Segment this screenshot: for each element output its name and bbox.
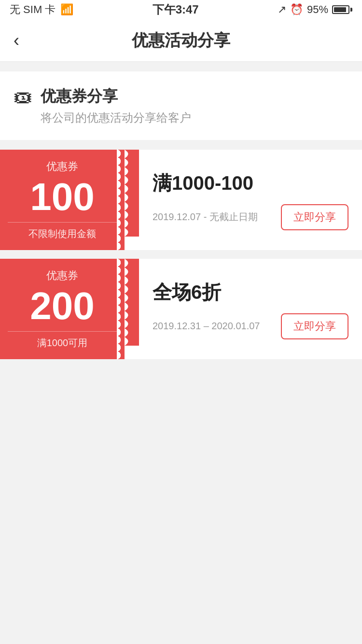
page-title: 优惠活动分享 (132, 29, 230, 52)
coupon-card-2: 优惠券 200 满1000可用 全场6折 2019.12.31 – 2020.0… (0, 259, 362, 359)
bottom-area (0, 359, 362, 552)
coupon-card-1: 优惠券 100 不限制使用金额 满1000-100 2019.12.07 - 无… (0, 150, 362, 250)
coupon-left-1: 优惠券 100 不限制使用金额 (0, 150, 125, 250)
back-button[interactable]: ‹ (14, 30, 19, 51)
share-button-2[interactable]: 立即分享 (281, 313, 348, 339)
section-title: 优惠券分享 (41, 86, 191, 107)
coupon-left-2: 优惠券 200 满1000可用 (0, 259, 125, 359)
section-text: 优惠券分享 将公司的优惠活动分享给客户 (41, 86, 191, 126)
coupon-meta-1: 2019.12.07 - 无截止日期 立即分享 (153, 204, 348, 230)
coupon-condition-2: 满1000可用 (8, 331, 117, 350)
alarm-icon: ⏰ (290, 3, 303, 16)
coupon-list: 优惠券 100 不限制使用金额 满1000-100 2019.12.07 - 无… (0, 150, 362, 359)
location-icon: ↗ (278, 3, 286, 16)
coupon-name-2: 全场6折 (153, 279, 348, 306)
carrier-text: 无 SIM 卡 (10, 2, 56, 17)
battery-icon (332, 5, 352, 14)
status-left: 无 SIM 卡 📶 (10, 2, 73, 17)
coupon-icon: 🎟 (14, 86, 33, 108)
wifi-icon: 📶 (60, 3, 73, 16)
coupon-condition-1: 不限制使用金额 (8, 222, 117, 240)
coupon-amount-1: 100 (30, 178, 94, 216)
coupon-date-2: 2019.12.31 – 2020.01.07 (153, 321, 275, 332)
battery-percent: 95% (307, 3, 328, 16)
status-bar: 无 SIM 卡 📶 下午3:47 ↗ ⏰ 95% (0, 0, 362, 19)
status-right: ↗ ⏰ 95% (278, 3, 352, 16)
coupon-meta-2: 2019.12.31 – 2020.01.07 立即分享 (153, 313, 348, 339)
coupon-amount-2: 200 (30, 287, 94, 325)
coupon-name-1: 满1000-100 (153, 170, 348, 196)
share-button-1[interactable]: 立即分享 (281, 204, 348, 230)
coupon-tag-1: 优惠券 (46, 159, 78, 174)
coupon-date-1: 2019.12.07 - 无截止日期 (153, 210, 275, 224)
coupon-right-2: 全场6折 2019.12.31 – 2020.01.07 立即分享 (139, 259, 362, 359)
nav-bar: ‹ 优惠活动分享 (0, 19, 362, 62)
coupon-tag-2: 优惠券 (46, 268, 78, 283)
coupon-right-1: 满1000-100 2019.12.07 - 无截止日期 立即分享 (139, 150, 362, 250)
section-header: 🎟 优惠券分享 将公司的优惠活动分享给客户 (0, 71, 362, 140)
status-time: 下午3:47 (153, 2, 199, 17)
section-subtitle: 将公司的优惠活动分享给客户 (41, 110, 191, 126)
